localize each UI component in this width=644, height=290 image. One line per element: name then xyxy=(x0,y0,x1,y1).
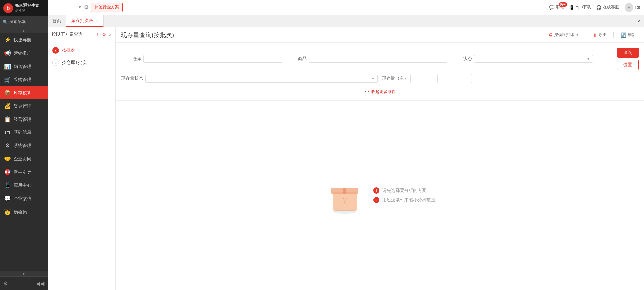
sidebar-item-wechat[interactable]: 💬 企业微信 xyxy=(0,192,48,205)
company-name: 畅康通好生意 xyxy=(15,3,39,8)
sidebar-item-label: 企业微信 xyxy=(14,196,31,202)
sidebar-item-enterprise[interactable]: 🤝 企业协同 xyxy=(0,152,48,165)
sidebar-item-purchase[interactable]: 🛒 采购管理 xyxy=(0,73,48,86)
tip1-num: 1 xyxy=(373,187,379,194)
scheme-settings-btn[interactable]: ⚙ xyxy=(102,32,106,37)
stock-qty-from[interactable] xyxy=(410,74,438,83)
collapse-sidebar-icon[interactable]: ◀◀ xyxy=(36,280,44,287)
sidebar-header: b 畅康通好生意 标准版 xyxy=(0,0,48,16)
tabbar: 首页 库存批次账 ✕ ✕ xyxy=(48,15,644,27)
batch-scheme-icon: ● xyxy=(52,47,59,54)
filter-form: 仓库 ··· 商品 ··· 状态 xyxy=(116,43,644,101)
sidebar-item-inventory[interactable]: 📦 库存核算 xyxy=(0,86,48,99)
collapse-chevron-icon: ∧∧ xyxy=(364,90,370,94)
export-label: 导出 xyxy=(598,32,607,38)
filter-item-by-warehouse-batch[interactable]: ○ 按仓库+批次 xyxy=(48,56,115,69)
sales-icon: 📊 xyxy=(4,63,11,70)
query-btn[interactable]: 查询 xyxy=(617,48,639,58)
goods-input[interactable]: ··· xyxy=(309,55,447,63)
refresh-btn[interactable]: 🔄 刷新 xyxy=(618,31,639,39)
basic-info-icon: 🗂 xyxy=(4,129,11,135)
stock-status-dropdown-icon: ▼ xyxy=(371,77,375,80)
empty-tips: 1 请先选择要分析的方案 2 用过滤条件来缩小分析范围 xyxy=(373,187,435,203)
empty-state: ? 1 请先选择要分析的方案 2 用过滤条件来缩小分析范围 xyxy=(116,101,644,290)
breadcrumb-input[interactable] xyxy=(52,4,75,11)
collapse-more-btn[interactable]: ∧∧ 收起更多条件 xyxy=(121,87,639,95)
status-dropdown-icon: ▼ xyxy=(587,57,590,61)
topbar-left: ▼ ⚙ 体验行业方案 xyxy=(52,3,546,12)
app-download-btn[interactable]: 📱 App下载 xyxy=(569,4,591,10)
online-service-btn[interactable]: 🎧 在线客服 xyxy=(596,4,619,10)
stock-status-field: 现存量状态 ▼ xyxy=(121,75,378,83)
svg-point-4 xyxy=(333,210,357,214)
sidebar-item-sales[interactable]: 📊 销售管理 xyxy=(0,60,48,73)
tip1-text: 请先选择要分析的方案 xyxy=(382,187,426,194)
empty-tip-1: 1 请先选择要分析的方案 xyxy=(373,187,435,194)
user-profile[interactable]: R Rit xyxy=(625,3,640,12)
sidebar-item-label: 采购管理 xyxy=(14,77,31,83)
marketing-icon: 📢 xyxy=(4,50,11,56)
messages-btn[interactable]: 💬 消息 99+ xyxy=(549,4,564,10)
sidebar-item-system[interactable]: ⚙ 系统管理 xyxy=(0,139,48,152)
sidebar-search[interactable]: 🔍 搜索菜单 xyxy=(0,16,48,28)
finance-icon: 💰 xyxy=(4,103,11,109)
print-template-btn[interactable]: 🖨 按模板打印 ▼ xyxy=(545,31,582,39)
print-dropdown-icon[interactable]: ▼ xyxy=(576,33,579,37)
divider2 xyxy=(613,32,614,38)
sidebar-footer: ⚙ ◀◀ xyxy=(0,276,48,290)
tab-home[interactable]: 首页 xyxy=(48,15,66,27)
sidebar-item-basic-info[interactable]: 🗂 基础信息 xyxy=(0,126,48,139)
sidebar-item-label: 畅会员 xyxy=(14,209,27,215)
stock-status-select[interactable]: ▼ xyxy=(145,75,378,83)
tab-close-icon[interactable]: ✕ xyxy=(95,18,99,23)
sidebar-item-guide[interactable]: 🎯 新手引导 xyxy=(0,165,48,179)
add-scheme-btn[interactable]: ＋ xyxy=(95,31,100,38)
sidebar-scroll-up[interactable]: ▲ xyxy=(0,28,48,33)
set-btn[interactable]: 设置 xyxy=(617,60,639,70)
message-badge: 99+ xyxy=(559,2,567,7)
settings-icon[interactable]: ⚙ xyxy=(3,280,8,287)
export-btn[interactable]: ⬆ 导出 xyxy=(590,31,609,39)
sidebar-item-app-center[interactable]: 📱 应用中心 xyxy=(0,179,48,192)
divider1 xyxy=(586,32,586,38)
app-logo: b xyxy=(3,3,13,13)
wechat-icon: 💬 xyxy=(4,195,11,202)
sidebar-scroll-down[interactable]: ▼ xyxy=(0,271,48,276)
system-icon: ⚙ xyxy=(4,142,11,149)
sidebar-item-label: 经营管理 xyxy=(14,116,31,123)
experience-btn[interactable]: 体验行业方案 xyxy=(91,3,123,12)
topbar: ▼ ⚙ 体验行业方案 💬 消息 99+ 📱 App下载 🎧 在线客服 R Rit xyxy=(48,0,644,15)
tab-close-all-btn[interactable]: ✕ xyxy=(634,15,644,27)
stock-qty-to[interactable] xyxy=(445,74,472,83)
sidebar-item-label: 企业协同 xyxy=(14,156,31,162)
sidebar-item-finance[interactable]: 💰 资金管理 xyxy=(0,99,48,113)
collapse-filter-panel-btn[interactable]: « xyxy=(108,32,111,37)
topbar-gear-icon[interactable]: ⚙ xyxy=(84,4,89,11)
sidebar-item-quick-nav[interactable]: ⚡ 快捷导航 xyxy=(0,33,48,47)
filter-panel-title: 按以下方案查询 xyxy=(52,31,83,37)
filter-item-by-batch[interactable]: ● 按批次 xyxy=(48,44,115,56)
sidebar-item-member[interactable]: 👑 畅会员 xyxy=(0,205,48,218)
action-buttons: 查询 设置 xyxy=(617,48,639,70)
sidebar-item-operations[interactable]: 📋 经营管理 xyxy=(0,113,48,126)
tab-inventory-batch[interactable]: 库存批次账 ✕ xyxy=(66,15,104,27)
filter-item-label: 按仓库+批次 xyxy=(62,59,87,66)
sidebar-item-label: 营销推广 xyxy=(14,50,31,56)
sidebar-item-marketing[interactable]: 📢 营销推广 xyxy=(0,47,48,60)
collapse-label: 收起更多条件 xyxy=(371,89,396,95)
message-icon: 💬 xyxy=(549,5,554,10)
warehouse-input[interactable]: ··· xyxy=(143,55,282,63)
tab-home-label: 首页 xyxy=(52,18,61,24)
main-panel: 现存量查询(按批次) 🖨 按模板打印 ▼ ⬆ 导出 🔄 xyxy=(116,27,644,290)
sidebar-item-label: 快捷导航 xyxy=(14,37,31,43)
phone-icon: 📱 xyxy=(569,5,574,10)
range-separator: — xyxy=(439,76,443,81)
status-select[interactable]: ▼ xyxy=(474,55,593,63)
search-icon: 🔍 xyxy=(3,20,8,24)
warehouse-more-icon: ··· xyxy=(276,57,279,61)
app-title-wrap: 畅康通好生意 标准版 xyxy=(15,3,39,13)
app-center-icon: 📱 xyxy=(4,182,11,188)
sidebar-item-label: 基础信息 xyxy=(14,129,31,135)
sidebar-item-label: 应用中心 xyxy=(14,182,31,188)
breadcrumb-dropdown-icon[interactable]: ▼ xyxy=(78,5,82,10)
